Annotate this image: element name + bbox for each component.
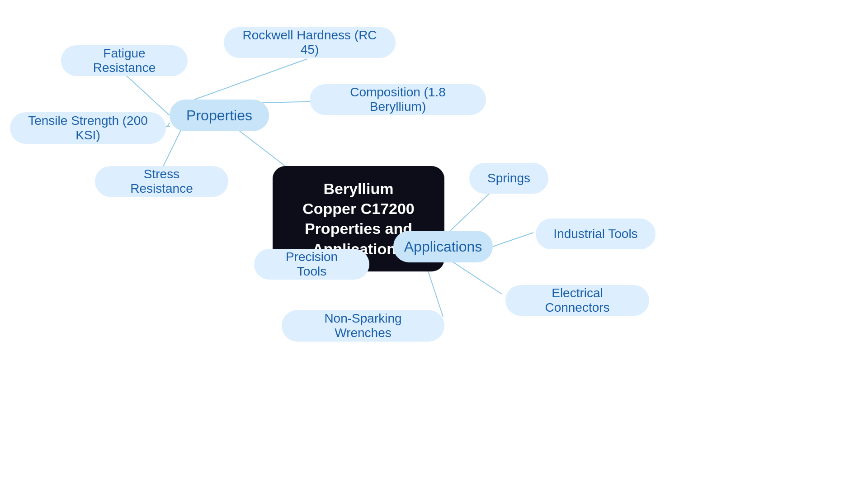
svg-line-4 [167, 123, 170, 127]
springs-node: Springs [469, 163, 548, 194]
svg-line-9 [493, 233, 533, 247]
stress-resistance-node: Stress Resistance [95, 166, 228, 197]
electrical-connectors-node: Electrical Connectors [505, 285, 649, 316]
svg-line-3 [194, 59, 307, 100]
industrial-tools-node: Industrial Tools [536, 219, 656, 249]
properties-branch: Properties [170, 100, 269, 131]
svg-line-2 [124, 74, 170, 115]
precision-tools-node: Precision Tools [254, 249, 369, 280]
svg-line-11 [452, 262, 502, 294]
fatigue-resistance-node: Fatigue Resistance [61, 45, 188, 76]
rockwell-hardness-node: Rockwell Hardness (RC 45) [224, 27, 396, 58]
composition-node: Composition (1.8 Beryllium) [310, 84, 486, 115]
non-sparking-wrenches-node: Non-Sparking Wrenches [282, 310, 444, 342]
tensile-strength-node: Tensile Strength (200 KSI) [10, 112, 166, 144]
applications-branch: Applications [393, 231, 493, 262]
